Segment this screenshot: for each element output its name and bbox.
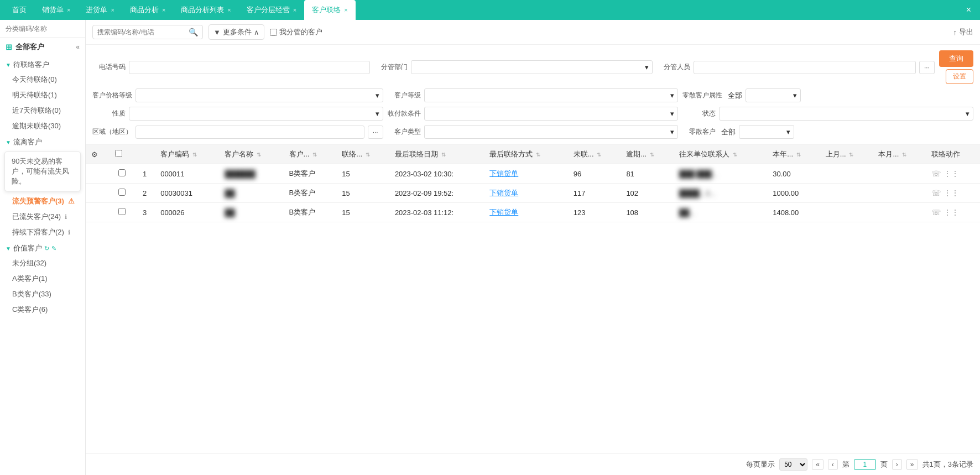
filter-zero-customer-select[interactable]: ▾ <box>739 125 794 139</box>
col-this-month[interactable]: 本月... ⇅ <box>873 145 926 164</box>
sidebar-item-ungrouped[interactable]: 未分组(32) <box>0 255 85 271</box>
manager-ellipsis-button[interactable]: ··· <box>919 61 935 74</box>
sidebar-item-declining[interactable]: 持续下滑客户(2) ℹ <box>0 225 85 240</box>
search-box: 🔍 <box>92 25 203 39</box>
my-customers-checkbox-label: 我分管的客户 <box>270 27 322 37</box>
select-all-checkbox[interactable] <box>115 150 122 157</box>
sidebar-item-churned[interactable]: 已流失客户(24) ℹ <box>0 209 85 225</box>
sidebar-all-customers[interactable]: ⊞ 全部客户 « <box>0 38 85 56</box>
sort-icon: ⇅ <box>650 152 654 158</box>
sidebar-section-pending[interactable]: ▼ 待联络客户 <box>0 56 85 72</box>
region-ellipsis-button[interactable]: ··· <box>368 126 383 139</box>
sidebar-item-class-a[interactable]: A类客户(1) <box>0 271 85 286</box>
tab-customer-contact[interactable]: 客户联络 × <box>304 0 355 20</box>
main-layout: 🔍 ⊞ 全部客户 « ▼ 待联络客户 今天待联络(0) 明天待联络(1) 近7天… <box>0 20 980 475</box>
next-page-button[interactable]: › <box>892 459 902 470</box>
filter-row-1: 电话号码 分管部门 ▾ 分管人员 ··· 查询 设置 <box>92 50 973 84</box>
table-row: 3 000026 ██ B类客户 15 2023-02-03 11:12: 下销… <box>86 203 980 222</box>
filter-phone-input[interactable] <box>129 61 370 74</box>
filter-customer-grade-select[interactable]: ▾ <box>424 88 679 102</box>
tab-customer-layer[interactable]: 客户分层经营 × <box>239 0 304 20</box>
close-icon[interactable]: × <box>111 7 114 13</box>
col-last-month[interactable]: 上月... ⇅ <box>820 145 873 164</box>
filter-manager-input[interactable] <box>694 61 916 74</box>
search-submit-icon[interactable]: 🔍 <box>189 28 198 36</box>
col-contact[interactable]: 联络... ⇅ <box>336 145 389 164</box>
filter-payment-field: 收付款条件 ▾ <box>388 107 679 121</box>
col-last-way[interactable]: 最后联络方式 ⇅ <box>484 145 568 164</box>
close-icon[interactable]: × <box>344 7 347 13</box>
export-button[interactable]: ↑ 导出 <box>953 27 974 37</box>
page-number-input[interactable] <box>854 459 876 470</box>
filter-price-grade-select[interactable]: ▾ <box>135 88 383 102</box>
edit-icon[interactable]: ✎ <box>51 245 56 252</box>
row-this-year: 1408.00 <box>767 203 820 222</box>
row-last-way[interactable]: 下销货单 <box>484 203 568 222</box>
row-type: B类客户 <box>284 203 337 222</box>
col-unit-contact[interactable]: 往来单位联系人 ⇅ <box>674 145 767 164</box>
row-action-contact[interactable]: ☏ <box>931 169 941 178</box>
close-icon[interactable]: × <box>293 7 296 13</box>
col-settings[interactable]: ⚙ <box>86 145 110 164</box>
col-last-date[interactable]: 最后联络日期 ⇅ <box>389 145 484 164</box>
row-code: 000011 <box>155 164 219 184</box>
row-index: 1 <box>134 164 155 184</box>
filter-dept-select[interactable]: ▾ <box>411 60 652 74</box>
tab-sales[interactable]: 销货单 × <box>34 0 78 20</box>
query-button[interactable]: 查询 <box>939 50 973 67</box>
row-checkbox-input[interactable] <box>118 189 126 196</box>
filter-gender-select[interactable]: ▾ <box>129 107 383 121</box>
filter-payment-select[interactable]: ▾ <box>424 107 679 121</box>
col-name[interactable]: 客户名称 ⇅ <box>219 145 283 164</box>
setting-button[interactable]: 设置 <box>946 69 973 84</box>
tab-purchase[interactable]: 进货单 × <box>78 0 122 20</box>
close-icon[interactable]: × <box>227 7 231 13</box>
row-checkbox-input[interactable] <box>118 208 126 215</box>
tab-home[interactable]: 首页 <box>4 0 34 20</box>
col-code[interactable]: 客户编码 ⇅ <box>155 145 219 164</box>
my-customers-checkbox[interactable] <box>270 29 277 36</box>
sidebar-search-input[interactable] <box>6 25 86 33</box>
row-last-date: 2023-02-09 19:52: <box>389 184 484 203</box>
row-action-contact[interactable]: ☏ <box>931 208 941 217</box>
sidebar-section-value[interactable]: ▼ 价值客户 ↻ ✎ <box>0 240 85 255</box>
sidebar-item-class-c[interactable]: C类客户(6) <box>0 302 85 317</box>
close-icon[interactable]: × <box>162 7 165 13</box>
prev-page-button[interactable]: ‹ <box>828 459 838 470</box>
close-icon[interactable]: × <box>67 7 70 13</box>
tab-product-list[interactable]: 商品分析列表 × <box>173 0 238 20</box>
window-close-button[interactable]: × <box>962 5 976 15</box>
col-uncontacted[interactable]: 未联... ⇅ <box>568 145 621 164</box>
row-action-more[interactable]: ⋮⋮ <box>943 189 959 197</box>
sidebar-item-today[interactable]: 今天待联络(0) <box>0 72 85 87</box>
filter-status-select[interactable]: ▾ <box>719 107 973 121</box>
tab-product-analysis[interactable]: 商品分析 × <box>122 0 173 20</box>
row-code: 000026 <box>155 203 219 222</box>
row-last-way[interactable]: 下销货单 <box>484 164 568 184</box>
filter-region-input[interactable] <box>135 126 364 139</box>
row-action-more[interactable]: ⋮⋮ <box>943 169 959 178</box>
search-input[interactable] <box>97 28 189 36</box>
col-this-year[interactable]: 本年... ⇅ <box>767 145 820 164</box>
sidebar-item-tomorrow[interactable]: 明天待联络(1) <box>0 87 85 103</box>
last-page-button[interactable]: » <box>906 459 918 470</box>
row-action-more[interactable]: ⋮⋮ <box>943 208 959 217</box>
sidebar-item-overdue[interactable]: 逾期未联络(30) <box>0 118 85 134</box>
sidebar-item-class-b[interactable]: B类客户(33) <box>0 286 85 302</box>
sidebar-item-7days[interactable]: 近7天待联络(0) <box>0 103 85 118</box>
row-checkbox-input[interactable] <box>118 169 126 176</box>
filter-zero-attr-select[interactable]: ▾ <box>746 88 801 102</box>
row-last-way[interactable]: 下销货单 <box>484 184 568 203</box>
first-page-button[interactable]: « <box>812 459 823 470</box>
col-overdue[interactable]: 逾期... ⇅ <box>621 145 674 164</box>
filter-customer-type-select[interactable]: ▾ <box>424 125 679 139</box>
per-page-select[interactable]: 50 100 200 <box>779 458 807 471</box>
row-action-contact[interactable]: ☏ <box>931 189 941 197</box>
customer-table: ⚙ 客户编码 ⇅ 客户名称 ⇅ 客户... ⇅ <box>86 145 980 222</box>
more-conditions-button[interactable]: ▼ 更多条件 ∧ <box>208 24 264 40</box>
refresh-icon[interactable]: ↻ <box>44 245 49 252</box>
sidebar-item-churn-warning[interactable]: 流失预警客户(3) ⚠ <box>0 194 85 209</box>
sidebar-section-churn[interactable]: ▼ 流离客户 <box>0 134 85 149</box>
col-type[interactable]: 客户... ⇅ <box>284 145 337 164</box>
sort-icon: ⇅ <box>849 152 853 158</box>
